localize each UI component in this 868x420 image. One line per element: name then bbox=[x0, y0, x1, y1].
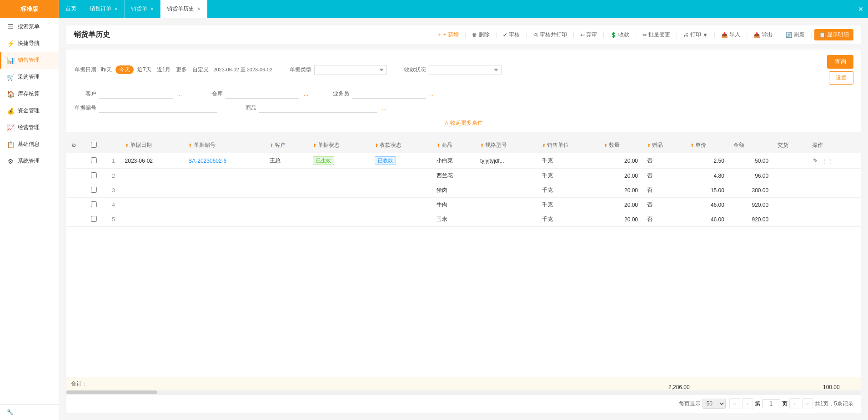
page-input[interactable] bbox=[762, 399, 780, 408]
select-all-checkbox[interactable] bbox=[91, 142, 97, 148]
th-gift[interactable]: ⬆ 赠品 bbox=[642, 138, 686, 153]
new-icon: ＋ bbox=[437, 31, 442, 39]
page-last-btn[interactable]: » bbox=[802, 398, 813, 409]
docno-input[interactable] bbox=[99, 103, 217, 113]
th-docno[interactable]: ⬆ 单据编号 bbox=[184, 138, 265, 153]
sidebar-item-inventory-calc[interactable]: 🏠 库存核算 bbox=[0, 85, 59, 102]
goods-ellipsis[interactable]: ... bbox=[380, 105, 388, 111]
table-body: 1 2023-06-02 SA-20230602-6 王总 已生效 已收款 小白… bbox=[66, 153, 861, 227]
tab-sales-delivery-close[interactable]: ✕ bbox=[150, 6, 154, 11]
sidebar-item-label: 搜索菜单 bbox=[18, 23, 40, 30]
page-prev-btn[interactable]: ‹ bbox=[742, 398, 753, 409]
collect-btn[interactable]: 💲 收款 bbox=[607, 29, 633, 40]
per-page-select[interactable]: 50 100 bbox=[702, 399, 726, 409]
page-next-btn[interactable]: › bbox=[789, 398, 800, 409]
th-settings[interactable]: ⚙ bbox=[66, 138, 81, 153]
td-docno bbox=[184, 198, 265, 212]
pagination: 每页显示 50 100 « ‹ 第 页 › » 共1页，5条记录 bbox=[66, 394, 861, 413]
th-unit[interactable]: ⬆ 销售单位 bbox=[537, 138, 599, 153]
window-close-btn[interactable]: ✕ bbox=[858, 5, 863, 13]
doc-type-select[interactable] bbox=[314, 65, 387, 75]
date-btn-custom[interactable]: 自定义 bbox=[191, 65, 211, 74]
customer-ellipsis[interactable]: ... bbox=[176, 91, 184, 97]
th-docstatus[interactable]: ⬆ 单据状态 bbox=[308, 138, 370, 153]
set-btn[interactable]: 设置 bbox=[829, 71, 853, 85]
batch-change-btn[interactable]: ✏ 批量变更 bbox=[639, 29, 674, 40]
sidebar-item-system-mgmt[interactable]: ⚙ 系统管理 bbox=[0, 153, 59, 170]
customer-input[interactable] bbox=[99, 89, 173, 99]
th-price[interactable]: ⬆ 单价 bbox=[686, 138, 729, 153]
td-customer bbox=[265, 212, 308, 227]
sidebar-item-search-menu[interactable]: ☰ 搜索菜单 bbox=[0, 18, 59, 35]
date-btn-7days[interactable]: 近7天 bbox=[135, 65, 153, 74]
td-collectstatus bbox=[370, 212, 432, 227]
abandon-btn[interactable]: ↩ 弃审 bbox=[577, 29, 601, 40]
sidebar-item-finance-mgmt[interactable]: 💰 资金管理 bbox=[0, 102, 59, 119]
collect-status-select[interactable] bbox=[429, 65, 502, 75]
table-scrollbar[interactable] bbox=[66, 390, 861, 394]
tab-sales-delivery[interactable]: 销货单 ✕ bbox=[125, 0, 161, 18]
row-checkbox[interactable] bbox=[91, 187, 97, 193]
td-rownum: 2 bbox=[107, 169, 120, 183]
date-btn-today[interactable]: 今天 bbox=[115, 65, 134, 74]
row-checkbox[interactable] bbox=[91, 157, 97, 163]
page-first-btn[interactable]: « bbox=[729, 398, 740, 409]
goods-input[interactable] bbox=[259, 103, 377, 113]
staff-ellipsis[interactable]: ... bbox=[428, 91, 437, 97]
refresh-btn[interactable]: 🔄 刷新 bbox=[782, 29, 808, 40]
table-scrollbar-thumb[interactable] bbox=[66, 390, 157, 394]
tab-sales-order[interactable]: 销售订单 ✕ bbox=[83, 0, 125, 18]
td-settings bbox=[66, 169, 81, 183]
sidebar-item-sales-mgmt[interactable]: 📊 销售管理 bbox=[0, 52, 59, 69]
delete-btn[interactable]: 🗑 删除 bbox=[468, 29, 493, 40]
print-btn[interactable]: 🖨 打印 ▼ bbox=[680, 29, 712, 40]
td-settings bbox=[66, 183, 81, 198]
td-unit: 千克 bbox=[537, 183, 599, 198]
doc-no-link[interactable]: SA-20230602-6 bbox=[188, 158, 226, 164]
date-btn-yesterday[interactable]: 昨天 bbox=[99, 65, 114, 74]
row-checkbox[interactable] bbox=[91, 216, 97, 222]
th-customer[interactable]: ⬆ 客户 bbox=[265, 138, 308, 153]
sidebar-item-base-info[interactable]: 📋 基础信息 bbox=[0, 136, 59, 153]
query-btn[interactable]: 查询 bbox=[827, 55, 853, 69]
sidebar-item-purchase-mgmt[interactable]: 🛒 采购管理 bbox=[0, 69, 59, 85]
sidebar-item-quick-nav[interactable]: ⚡ 快捷导航 bbox=[0, 35, 59, 52]
data-table: ⚙ ⬆ 单据日期 ⬆ 单据编号 bbox=[66, 138, 861, 227]
td-transaction bbox=[773, 153, 807, 169]
warehouse-input[interactable] bbox=[226, 89, 299, 99]
staff-input[interactable] bbox=[352, 89, 426, 99]
td-rownum: 3 bbox=[107, 183, 120, 198]
tab-sales-history-close[interactable]: ✕ bbox=[197, 6, 201, 11]
th-date[interactable]: ⬆ 单据日期 bbox=[120, 138, 184, 153]
tab-home[interactable]: 首页 bbox=[59, 0, 83, 18]
th-collectstatus[interactable]: ⬆ 收款状态 bbox=[370, 138, 432, 153]
export-btn[interactable]: 📤 导出 bbox=[750, 29, 776, 40]
date-btn-more[interactable]: 更多 bbox=[174, 65, 189, 74]
sidebar-item-label: 系统管理 bbox=[18, 157, 40, 165]
import-btn[interactable]: 📥 导入 bbox=[717, 29, 744, 40]
td-unit: 千克 bbox=[537, 153, 599, 169]
row-checkbox[interactable] bbox=[91, 201, 97, 207]
th-spec[interactable]: ⬆ 规格型号 bbox=[476, 138, 537, 153]
tab-sales-history[interactable]: 销货单历史 ✕ bbox=[161, 0, 207, 18]
sidebar-bottom-btn1[interactable]: 🔧 bbox=[0, 405, 59, 420]
collapse-btn[interactable]: ∧ 收起更多条件 bbox=[74, 117, 853, 127]
audit-print-btn[interactable]: 🖨 审核并打印 bbox=[529, 29, 571, 40]
th-goods[interactable]: ⬆ 商品 bbox=[432, 138, 476, 153]
new-btn[interactable]: ＋ + 新增 bbox=[433, 29, 462, 40]
td-unit: 千克 bbox=[537, 198, 599, 212]
audit-btn[interactable]: ✔ 审核 bbox=[499, 29, 523, 40]
divider2 bbox=[496, 32, 497, 38]
td-transaction bbox=[773, 198, 807, 212]
show-detail-btn[interactable]: 📋 显示明细 bbox=[814, 29, 853, 40]
th-qty[interactable]: ⬆ 数量 bbox=[599, 138, 642, 153]
divider1 bbox=[465, 32, 466, 38]
warehouse-ellipsis[interactable]: ... bbox=[302, 91, 310, 97]
td-date bbox=[120, 183, 184, 198]
sidebar-item-ops-mgmt[interactable]: 📈 经营管理 bbox=[0, 119, 59, 136]
more-action-btn[interactable]: ⋮⋮ bbox=[820, 156, 834, 165]
row-checkbox[interactable] bbox=[91, 172, 97, 178]
tab-sales-order-close[interactable]: ✕ bbox=[114, 6, 118, 11]
date-btn-1month[interactable]: 近1月 bbox=[155, 65, 173, 74]
edit-action-btn[interactable]: ✎ bbox=[812, 156, 819, 165]
